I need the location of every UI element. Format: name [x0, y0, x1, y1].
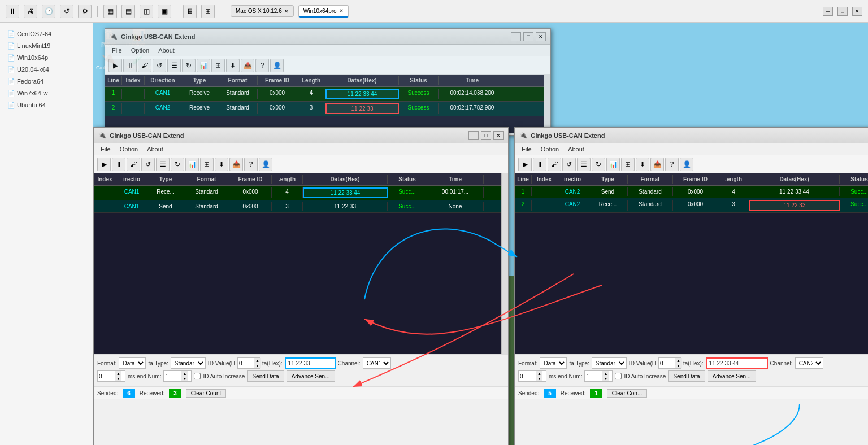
left-tatype-select[interactable]: Standar — [171, 357, 206, 369]
left-tb-brush[interactable]: 🖌 — [127, 158, 140, 171]
left-tb-export[interactable]: 📤 — [229, 158, 243, 171]
right-tb-pause[interactable]: ⏸ — [533, 158, 546, 171]
bg-tb-help[interactable]: ? — [255, 59, 269, 72]
monitor-btn[interactable]: 🖥 — [183, 5, 197, 18]
right-tb-help[interactable]: ? — [665, 158, 679, 171]
bg-tb-pause[interactable]: ⏸ — [123, 59, 137, 72]
pause-btn[interactable]: ⏸ — [6, 5, 19, 18]
sidebar-item-u20[interactable]: 📄 U20.04-k64 — [3, 64, 90, 76]
tab-mac[interactable]: Mac OS X 10.12.6 ✕ — [231, 5, 294, 17]
left-delay-input[interactable] — [98, 373, 115, 379]
left-tb-help[interactable]: ? — [244, 158, 258, 171]
right-tb-play[interactable]: ▶ — [518, 158, 532, 171]
right-id-up[interactable]: ▲ — [675, 358, 682, 363]
left-tb-user[interactable]: 👤 — [259, 158, 272, 171]
right-id-input[interactable] — [659, 360, 675, 367]
right-tb-import[interactable]: ⬇ — [636, 158, 649, 171]
right-menu-option[interactable]: Option — [536, 145, 563, 154]
right-delay-input[interactable] — [519, 373, 536, 379]
right-tb-table[interactable]: ⊞ — [621, 158, 635, 171]
sidebar-item-linux[interactable]: 📄 LinuxMint19 — [3, 40, 90, 52]
left-endnum-up[interactable]: ▲ — [181, 371, 188, 376]
bg-tb-refresh[interactable]: ↺ — [153, 59, 166, 72]
app-maximize[interactable]: □ — [837, 7, 848, 16]
right-tb-list[interactable]: ☰ — [577, 158, 591, 171]
left-advance-btn[interactable]: Advance Sen... — [287, 370, 335, 382]
right-endnum-down[interactable]: ▼ — [602, 376, 609, 381]
bg-tb-import[interactable]: ⬇ — [226, 59, 240, 72]
tab-win10-close[interactable]: ✕ — [339, 8, 344, 14]
sidebar-item-ubuntu[interactable]: 📄 Ubuntu 64 — [3, 99, 90, 111]
right-tatype-select[interactable]: Standar — [592, 357, 627, 369]
left-win-minimize[interactable]: ─ — [468, 131, 479, 140]
left-id-down[interactable]: ▼ — [254, 363, 261, 368]
right-tb-refresh[interactable]: ↺ — [562, 158, 576, 171]
bg-win-restore[interactable]: □ — [523, 32, 533, 41]
left-tb-pause[interactable]: ⏸ — [112, 158, 125, 171]
tab-mac-close[interactable]: ✕ — [284, 8, 289, 14]
right-tb-user[interactable]: 👤 — [680, 158, 693, 171]
bg-menu-about[interactable]: About — [154, 46, 179, 55]
bg-tb-brush[interactable]: 🖌 — [138, 59, 151, 72]
bg-win-minimize[interactable]: ─ — [511, 32, 521, 41]
left-endnum-input[interactable] — [164, 373, 181, 379]
left-tb-refresh[interactable]: ↺ — [141, 158, 155, 171]
left-endnum-spinner[interactable]: ▲ ▼ — [163, 370, 192, 382]
app-close[interactable]: ✕ — [852, 7, 862, 16]
left-win-restore[interactable]: □ — [481, 131, 491, 140]
bg-tb-export[interactable]: 📤 — [241, 59, 254, 72]
right-send-btn[interactable]: Send Data — [668, 370, 705, 382]
left-clear-btn[interactable]: Clear Count — [186, 389, 226, 398]
right-id-auto-check[interactable] — [615, 373, 622, 379]
left-format-select[interactable]: Data — [119, 357, 146, 369]
settings-btn[interactable]: ⚙ — [78, 5, 92, 18]
bg-win-close[interactable]: ✕ — [536, 32, 546, 41]
right-tb-refresh2[interactable]: ↻ — [592, 158, 605, 171]
right-endnum-input[interactable] — [585, 373, 602, 379]
sidebar-item-centos[interactable]: 📄 CentOS7-64 — [3, 28, 90, 40]
time-btn[interactable]: 🕐 — [42, 5, 55, 18]
print-btn[interactable]: 🖨 — [24, 5, 37, 18]
sidebar-item-fedora[interactable]: 📄 Fedora64 — [3, 76, 90, 88]
right-delay-spinner[interactable]: ▲ ▼ — [518, 370, 546, 382]
bg-tb-user[interactable]: 👤 — [270, 59, 284, 72]
right-endnum-up[interactable]: ▲ — [602, 371, 609, 376]
right-id-spinner[interactable]: ▲ ▼ — [658, 357, 681, 369]
refresh-btn[interactable]: ↺ — [60, 5, 73, 18]
view2-btn[interactable]: ▤ — [121, 5, 135, 18]
left-tb-table[interactable]: ⊞ — [200, 158, 214, 171]
bg-scrollbar[interactable] — [544, 75, 550, 133]
bg-menu-file[interactable]: File — [107, 46, 127, 55]
left-tb-play[interactable]: ▶ — [97, 158, 111, 171]
right-menu-file[interactable]: File — [517, 145, 536, 154]
view3-btn[interactable]: ◫ — [140, 5, 153, 18]
app-minimize[interactable]: ─ — [823, 7, 833, 16]
bg-tb-table[interactable]: ⊞ — [211, 59, 225, 72]
right-clear-btn[interactable]: Clear Con... — [607, 389, 647, 398]
right-data-input[interactable] — [706, 357, 768, 369]
view1-btn[interactable]: ▦ — [103, 5, 117, 18]
left-menu-file[interactable]: File — [96, 145, 115, 154]
left-send-btn[interactable]: Send Data — [247, 370, 284, 382]
left-tb-import[interactable]: ⬇ — [215, 158, 228, 171]
right-delay-up[interactable]: ▲ — [536, 371, 542, 376]
left-menu-option[interactable]: Option — [115, 145, 142, 154]
zoom-btn[interactable]: ⊞ — [201, 5, 215, 18]
right-tb-export[interactable]: 📤 — [650, 158, 664, 171]
sidebar-item-win10[interactable]: 📄 Win10x64p — [3, 52, 90, 64]
right-tb-chart[interactable]: 📊 — [606, 158, 620, 171]
bg-tb-refresh2[interactable]: ↻ — [182, 59, 196, 72]
right-channel-select[interactable]: CAN2 — [795, 357, 823, 369]
right-tb-brush[interactable]: 🖌 — [548, 158, 561, 171]
left-tb-refresh2[interactable]: ↻ — [171, 158, 184, 171]
sidebar-item-win7[interactable]: 📄 Win7x64-w — [3, 88, 90, 99]
view4-btn[interactable]: ▣ — [158, 5, 171, 18]
left-win-close[interactable]: ✕ — [493, 131, 504, 140]
left-delay-down[interactable]: ▼ — [115, 376, 121, 381]
left-id-input[interactable] — [238, 360, 254, 367]
right-endnum-spinner[interactable]: ▲ ▼ — [584, 370, 613, 382]
bg-tb-play[interactable]: ▶ — [108, 59, 122, 72]
right-menu-about[interactable]: About — [563, 145, 589, 154]
left-scrollbar[interactable] — [501, 173, 508, 354]
bg-tb-chart[interactable]: 📊 — [197, 59, 210, 72]
